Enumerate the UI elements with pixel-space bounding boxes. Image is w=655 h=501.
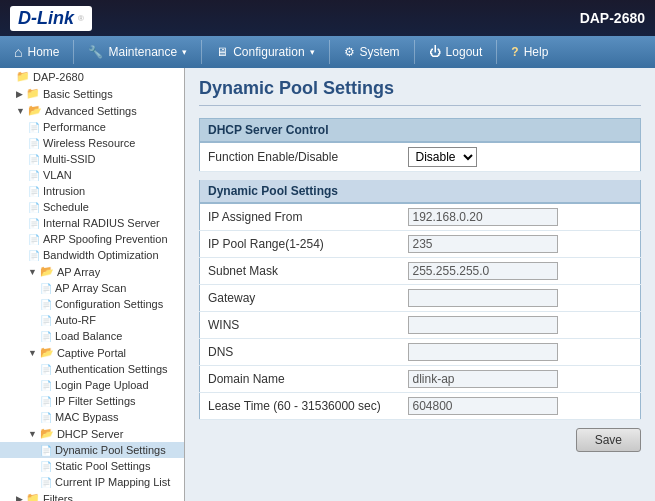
table-row-function: Function Enable/Disable Disable Enable — [200, 143, 641, 172]
input-wins[interactable] — [408, 316, 558, 334]
input-subnet[interactable] — [408, 262, 558, 280]
page-icon-cfgset: 📄 — [40, 299, 52, 310]
cell-function: Disable Enable — [400, 143, 641, 172]
table-row-wins: WINS — [200, 312, 641, 339]
sidebar: 📁 DAP-2680 ▶ 📁 Basic Settings ▼ 📂 Advanc… — [0, 68, 185, 501]
folder-dhcp-icon: 📂 — [40, 427, 54, 440]
function-select[interactable]: Disable Enable — [408, 147, 477, 167]
section2-table: IP Assigned From IP Pool Range(1-254) Su… — [199, 203, 641, 420]
nav-help[interactable]: ? Help — [497, 36, 562, 68]
page-icon-wireless: 📄 — [28, 138, 40, 149]
label-subnet: Subnet Mask — [200, 258, 400, 285]
table-row-domain: Domain Name — [200, 366, 641, 393]
section1-table: Function Enable/Disable Disable Enable — [199, 142, 641, 172]
nav-system[interactable]: ⚙ System — [330, 36, 414, 68]
nav-maintenance[interactable]: 🔧 Maintenance ▾ — [74, 36, 201, 68]
folder-ap-icon: 📂 — [40, 265, 54, 278]
table-row-dns: DNS — [200, 339, 641, 366]
nav-configuration[interactable]: 🖥 Configuration ▾ — [202, 36, 328, 68]
input-lease[interactable] — [408, 397, 558, 415]
label-ip-assigned: IP Assigned From — [200, 204, 400, 231]
page-icon-staticpool: 📄 — [40, 461, 52, 472]
cell-lease — [400, 393, 641, 420]
sidebar-item-ap-array-scan[interactable]: 📄 AP Array Scan — [0, 280, 184, 296]
page-icon-radius: 📄 — [28, 218, 40, 229]
sidebar-item-config-settings[interactable]: 📄 Configuration Settings — [0, 296, 184, 312]
page-icon-autorf: 📄 — [40, 315, 52, 326]
page-icon-perf: 📄 — [28, 122, 40, 133]
table-row-subnet: Subnet Mask — [200, 258, 641, 285]
system-icon: ⚙ — [344, 45, 355, 59]
sidebar-item-multi-ssid[interactable]: 📄 Multi-SSID — [0, 151, 184, 167]
sidebar-item-captive-portal[interactable]: ▼ 📂 Captive Portal — [0, 344, 184, 361]
sidebar-item-advanced-settings[interactable]: ▼ 📂 Advanced Settings — [0, 102, 184, 119]
save-button[interactable]: Save — [576, 428, 641, 452]
sidebar-item-bandwidth[interactable]: 📄 Bandwidth Optimization — [0, 247, 184, 263]
arrow-cp-icon: ▼ — [28, 348, 37, 358]
cell-wins — [400, 312, 641, 339]
sidebar-item-dap2680[interactable]: 📁 DAP-2680 — [0, 68, 184, 85]
chevron-maintenance: ▾ — [182, 47, 187, 57]
nav-home[interactable]: ⌂ Home — [0, 36, 73, 68]
page-icon-curip: 📄 — [40, 477, 52, 488]
sidebar-item-intrusion[interactable]: 📄 Intrusion — [0, 183, 184, 199]
sidebar-item-ip-filter[interactable]: 📄 IP Filter Settings — [0, 393, 184, 409]
sidebar-item-wireless-resource[interactable]: 📄 Wireless Resource — [0, 135, 184, 151]
home-icon: ⌂ — [14, 44, 22, 60]
input-ip-assigned[interactable] — [408, 208, 558, 226]
folder-filters-icon: 📁 — [26, 492, 40, 501]
cell-ip-assigned — [400, 204, 641, 231]
page-icon-auth: 📄 — [40, 364, 52, 375]
main-layout: 📁 DAP-2680 ▶ 📁 Basic Settings ▼ 📂 Advanc… — [0, 68, 655, 501]
sidebar-item-basic-settings[interactable]: ▶ 📁 Basic Settings — [0, 85, 184, 102]
arrow-ap-icon: ▼ — [28, 267, 37, 277]
folder-cp-icon: 📂 — [40, 346, 54, 359]
cell-gateway — [400, 285, 641, 312]
sidebar-item-static-pool[interactable]: 📄 Static Pool Settings — [0, 458, 184, 474]
sidebar-item-auth-settings[interactable]: 📄 Authentication Settings — [0, 361, 184, 377]
sidebar-item-filters[interactable]: ▶ 📁 Filters — [0, 490, 184, 501]
label-pool-range: IP Pool Range(1-254) — [200, 231, 400, 258]
label-dns: DNS — [200, 339, 400, 366]
help-icon: ? — [511, 45, 518, 59]
page-icon-schedule: 📄 — [28, 202, 40, 213]
button-row: Save — [199, 428, 641, 452]
sidebar-item-load-balance[interactable]: 📄 Load Balance — [0, 328, 184, 344]
page-icon-multissid: 📄 — [28, 154, 40, 165]
sidebar-item-vlan[interactable]: 📄 VLAN — [0, 167, 184, 183]
arrow-filters-icon: ▶ — [16, 494, 23, 502]
input-pool-range[interactable] — [408, 235, 558, 253]
arrow-dhcp-icon: ▼ — [28, 429, 37, 439]
page-icon-dynpool: 📄 — [40, 445, 52, 456]
sidebar-item-auto-rf[interactable]: 📄 Auto-RF — [0, 312, 184, 328]
table-row-ip-assigned: IP Assigned From — [200, 204, 641, 231]
page-title: Dynamic Pool Settings — [199, 78, 641, 106]
sidebar-item-dhcp-server[interactable]: ▼ 📂 DHCP Server — [0, 425, 184, 442]
nav-logout[interactable]: ⏻ Logout — [415, 36, 497, 68]
input-domain[interactable] — [408, 370, 558, 388]
section2-header: Dynamic Pool Settings — [199, 180, 641, 203]
folder-icon: 📁 — [16, 70, 30, 83]
sidebar-item-schedule[interactable]: 📄 Schedule — [0, 199, 184, 215]
sidebar-item-performance[interactable]: 📄 Performance — [0, 119, 184, 135]
cell-pool-range — [400, 231, 641, 258]
page-icon-login: 📄 — [40, 380, 52, 391]
input-dns[interactable] — [408, 343, 558, 361]
table-row-lease: Lease Time (60 - 31536000 sec) — [200, 393, 641, 420]
sidebar-item-dynamic-pool[interactable]: 📄 Dynamic Pool Settings — [0, 442, 184, 458]
sidebar-item-ap-array[interactable]: ▼ 📂 AP Array — [0, 263, 184, 280]
page-icon-lb: 📄 — [40, 331, 52, 342]
cell-dns — [400, 339, 641, 366]
navbar: ⌂ Home 🔧 Maintenance ▾ 🖥 Configuration ▾… — [0, 36, 655, 68]
label-function: Function Enable/Disable — [200, 143, 400, 172]
arrow-down-icon: ▼ — [16, 106, 25, 116]
cell-domain — [400, 366, 641, 393]
sidebar-item-internal-radius[interactable]: 📄 Internal RADIUS Server — [0, 215, 184, 231]
label-wins: WINS — [200, 312, 400, 339]
input-gateway[interactable] — [408, 289, 558, 307]
label-domain: Domain Name — [200, 366, 400, 393]
sidebar-item-current-ip[interactable]: 📄 Current IP Mapping List — [0, 474, 184, 490]
sidebar-item-arp-spoofing[interactable]: 📄 ARP Spoofing Prevention — [0, 231, 184, 247]
sidebar-item-mac-bypass[interactable]: 📄 MAC Bypass — [0, 409, 184, 425]
sidebar-item-login-page[interactable]: 📄 Login Page Upload — [0, 377, 184, 393]
